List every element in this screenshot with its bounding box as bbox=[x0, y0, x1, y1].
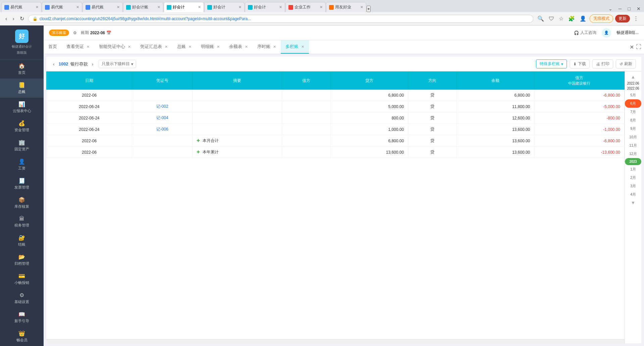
close-panel-button[interactable]: ✕ bbox=[630, 44, 634, 50]
sidebar-item-ledger[interactable]: 📒 总账 bbox=[0, 79, 44, 98]
calendar-icon[interactable]: 📅 bbox=[106, 31, 111, 35]
reload-button[interactable]: ↻ bbox=[18, 14, 25, 23]
month-2023-3[interactable]: 3月 bbox=[625, 182, 641, 190]
consult-button[interactable]: 🎧 人工咨询 bbox=[574, 30, 596, 36]
tab-balance[interactable]: 余额表 ✕ bbox=[224, 40, 253, 54]
sidebar-item-settings[interactable]: ⚙ 基础设置 bbox=[0, 289, 44, 308]
tab-close-9[interactable]: ✕ bbox=[360, 5, 363, 9]
expand-panel-button[interactable]: ⛶ bbox=[636, 44, 641, 50]
sidebar-item-salary[interactable]: 👤 工资 bbox=[0, 155, 44, 174]
browser-tab-2[interactable]: 易代账 ✕ bbox=[42, 2, 82, 12]
sidebar-item-tax[interactable]: 🏛 税务管理 bbox=[0, 212, 44, 231]
cell-voucher[interactable] bbox=[132, 147, 193, 158]
download-button[interactable]: ⬇ 下载 bbox=[570, 59, 590, 68]
tab-vouchers[interactable]: 查看凭证 ✕ bbox=[62, 40, 94, 54]
close-window-button[interactable]: ✕ bbox=[635, 5, 643, 12]
sidebar-item-expense[interactable]: 💳 小畅报销 bbox=[0, 269, 44, 289]
sidebar-item-close[interactable]: 🔐 结账 bbox=[0, 231, 44, 250]
search-icon[interactable]: 🔍 bbox=[536, 14, 545, 23]
month-2023-2[interactable]: 2月 bbox=[625, 174, 641, 182]
table-wrapper[interactable]: 日期 凭证号 摘要 借方 贷方 方向 余额 借方 bbox=[46, 71, 625, 339]
browser-tab-6[interactable]: 好会计 ✕ bbox=[204, 2, 245, 12]
cell-voucher[interactable]: 记-006 bbox=[132, 124, 193, 135]
cell-voucher[interactable]: 记-002 bbox=[132, 101, 193, 112]
month-2023-1[interactable]: 1月 bbox=[625, 165, 641, 174]
browser-tab-4[interactable]: 好会计账 ✕ bbox=[123, 2, 163, 12]
profile-icon[interactable]: 👤 bbox=[578, 14, 588, 23]
shield-icon[interactable]: 🛡 bbox=[547, 14, 555, 23]
update-button[interactable]: 更新 bbox=[615, 15, 630, 22]
browser-tab-5[interactable]: 好会计 ✕ bbox=[164, 2, 204, 12]
month-8[interactable]: 8月 bbox=[625, 116, 641, 125]
month-10[interactable]: 10月 bbox=[625, 133, 641, 141]
tab-detail-close[interactable]: ✕ bbox=[217, 45, 220, 49]
browser-tab-1[interactable]: 易代账 ✕ bbox=[1, 2, 42, 12]
forward-button[interactable]: › bbox=[11, 14, 15, 23]
tab-sequence-close[interactable]: ✕ bbox=[273, 45, 276, 49]
tab-smart[interactable]: 智能凭证中心 ✕ bbox=[94, 40, 136, 54]
tab-close-2[interactable]: ✕ bbox=[76, 5, 79, 9]
sidebar-item-funds[interactable]: 💰 资金管理 bbox=[0, 117, 44, 136]
url-input[interactable]: 🔒 cloud2.chanjet.com/accounting/uh26t264… bbox=[28, 15, 533, 23]
bookmark-icon[interactable]: ☆ bbox=[557, 14, 565, 23]
sidebar-item-inventory[interactable]: 📦 库存核算 bbox=[0, 193, 44, 212]
tab-list-button[interactable]: ⌄ bbox=[606, 5, 614, 12]
month-11[interactable]: 11月 bbox=[625, 141, 641, 150]
browser-tab-3[interactable]: 易代账 ✕ bbox=[83, 2, 123, 12]
cell-voucher[interactable] bbox=[132, 135, 193, 147]
tab-summary[interactable]: 凭证汇总表 ✕ bbox=[136, 40, 172, 54]
sidebar-item-assets[interactable]: 🏢 固定资产 bbox=[0, 136, 44, 155]
new-tab-button[interactable]: + bbox=[367, 6, 371, 12]
tab-multi[interactable]: 多栏账 ✕ bbox=[281, 40, 309, 54]
tab-close-3[interactable]: ✕ bbox=[117, 5, 120, 9]
month-nav-down[interactable]: ▼ bbox=[630, 199, 637, 207]
sidebar-item-member[interactable]: 👑 畅会员 bbox=[0, 327, 44, 346]
tab-close-7[interactable]: ✕ bbox=[279, 5, 282, 9]
menu-button[interactable]: ⋮ bbox=[632, 14, 640, 23]
month-7[interactable]: 7月 bbox=[625, 108, 641, 116]
special-ledger-button[interactable]: 特殊多栏账 ▾ bbox=[536, 59, 567, 68]
tab-smart-close[interactable]: ✕ bbox=[128, 45, 131, 49]
filter-dropdown[interactable]: 只显示下级科目 ▾ bbox=[99, 60, 136, 68]
cell-voucher[interactable]: 记-004 bbox=[132, 112, 193, 124]
tab-summary-close[interactable]: ✕ bbox=[165, 45, 168, 49]
sidebar-item-report[interactable]: 📊 云报表中心 bbox=[0, 98, 44, 117]
minimize-button[interactable]: ─ bbox=[616, 5, 624, 12]
month-nav-up[interactable]: ▲ bbox=[630, 73, 637, 81]
month-12[interactable]: 12月 bbox=[625, 150, 641, 158]
next-account-button[interactable]: › bbox=[91, 61, 95, 67]
tab-sequence[interactable]: 序时账 ✕ bbox=[253, 40, 281, 54]
tab-close-1[interactable]: ✕ bbox=[36, 5, 39, 9]
sidebar-item-home[interactable]: 🏠 首页 bbox=[0, 59, 44, 79]
sidebar-item-guide[interactable]: 📖 新手引导 bbox=[0, 308, 44, 327]
month-5[interactable]: 5月 bbox=[625, 91, 641, 99]
extension-icon[interactable]: 🧩 bbox=[567, 14, 576, 23]
tab-multi-close[interactable]: ✕ bbox=[301, 45, 304, 49]
tab-general-close[interactable]: ✕ bbox=[189, 45, 192, 49]
prev-account-button[interactable]: ‹ bbox=[52, 61, 56, 67]
tab-vouchers-close[interactable]: ✕ bbox=[87, 45, 90, 49]
sidebar-item-invoice[interactable]: 🧾 发票管理 bbox=[0, 174, 44, 193]
tab-close-6[interactable]: ✕ bbox=[238, 5, 241, 9]
refresh-button[interactable]: ↺ 刷新 bbox=[616, 59, 636, 68]
month-9[interactable]: 9月 bbox=[625, 125, 641, 133]
tab-home[interactable]: 首页 bbox=[44, 40, 62, 54]
browser-tab-7[interactable]: 好会计 ✕ bbox=[245, 2, 285, 12]
account-selector[interactable]: 1002 银行存款 bbox=[59, 61, 88, 67]
tab-close-5[interactable]: ✕ bbox=[198, 5, 201, 9]
browser-tab-8[interactable]: 企业工作 ✕ bbox=[285, 2, 326, 12]
month-6[interactable]: 6月 bbox=[625, 99, 641, 108]
tab-general[interactable]: 总账 ✕ bbox=[172, 40, 196, 54]
tab-balance-close[interactable]: ✕ bbox=[245, 45, 248, 49]
settings-toolbar-item[interactable]: ⚙ bbox=[73, 31, 77, 35]
month-2023-4[interactable]: 4月 bbox=[625, 190, 641, 199]
cell-voucher[interactable] bbox=[132, 90, 193, 101]
back-button[interactable]: ‹ bbox=[4, 14, 8, 23]
tab-close-4[interactable]: ✕ bbox=[157, 5, 160, 9]
bottom-scrollbar[interactable] bbox=[46, 339, 625, 343]
print-button[interactable]: 🖨 打印 bbox=[592, 59, 613, 68]
incognito-mode-button[interactable]: 无痕模式 bbox=[590, 14, 613, 23]
tab-close-8[interactable]: ✕ bbox=[320, 5, 323, 9]
tab-detail[interactable]: 明细账 ✕ bbox=[196, 40, 224, 54]
restore-button[interactable]: □ bbox=[626, 5, 633, 12]
